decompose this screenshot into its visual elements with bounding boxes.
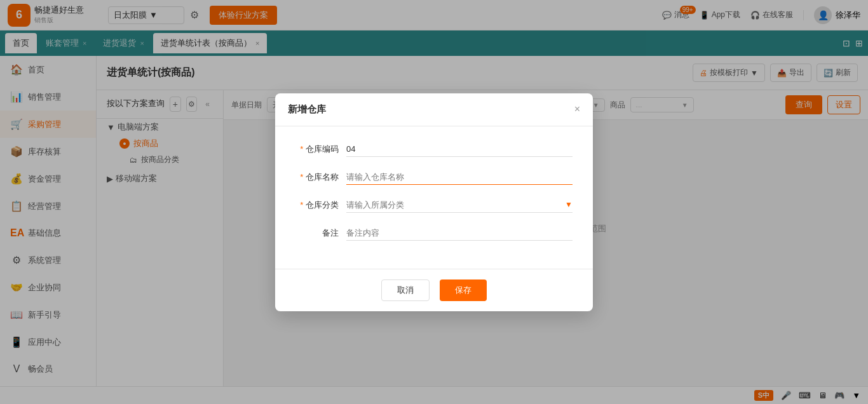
dialog-header: 新增仓库 × [275,93,593,126]
dialog-footer: 取消 保存 [275,269,593,311]
chevron-down-icon: ▼ [565,200,573,209]
warehouse-code-input[interactable] [346,142,573,157]
cancel-button[interactable]: 取消 [381,279,430,301]
form-row-name: 仓库名称 [295,170,573,185]
add-warehouse-dialog: 新增仓库 × 仓库编码 仓库名称 仓库分类 ▼ [275,93,593,311]
dialog-body: 仓库编码 仓库名称 仓库分类 ▼ 备注 [275,126,593,269]
save-button[interactable]: 保存 [440,279,487,301]
code-label: 仓库编码 [295,144,346,155]
category-label: 仓库分类 [295,199,346,211]
warehouse-name-input[interactable] [346,170,573,185]
form-row-code: 仓库编码 [295,142,573,157]
remark-input[interactable] [346,226,573,241]
form-row-category: 仓库分类 ▼ [295,198,573,213]
modal-overlay[interactable]: 新增仓库 × 仓库编码 仓库名称 仓库分类 ▼ [0,0,868,404]
dialog-close-button[interactable]: × [574,104,580,115]
warehouse-category-select[interactable]: ▼ [346,198,573,213]
category-input[interactable] [346,200,565,210]
remark-label: 备注 [295,227,346,239]
dialog-title: 新增仓库 [288,104,326,116]
form-row-remark: 备注 [295,226,573,241]
name-label: 仓库名称 [295,172,346,183]
